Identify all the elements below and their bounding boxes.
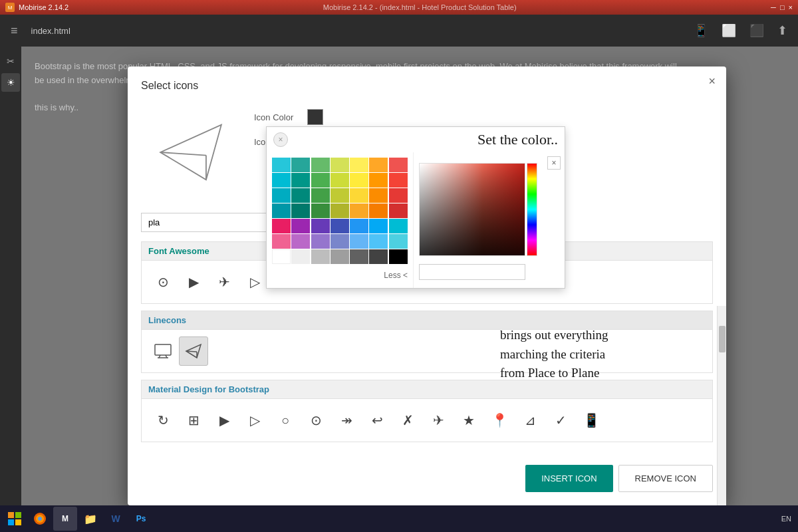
swatch-deep-purple-500[interactable] [311, 219, 330, 233]
md-icon-3[interactable]: ▶ [209, 406, 239, 435]
search-input[interactable] [141, 213, 274, 232]
swatch-purple-500[interactable] [291, 219, 310, 233]
swatch-cyan-700[interactable] [272, 203, 291, 218]
gradient-close-btn[interactable]: × [547, 156, 561, 170]
md-icon-11[interactable]: ★ [454, 406, 483, 435]
swatch-gray-800[interactable] [369, 249, 388, 264]
swatch-pink-500[interactable] [272, 219, 291, 233]
icon-play-circle-outline[interactable]: ⊙ [148, 267, 178, 297]
swatch-yellow-400[interactable] [350, 158, 368, 172]
device-desktop-icon[interactable]: ⬛ [749, 23, 764, 38]
gradient-canvas[interactable] [419, 163, 525, 256]
device-tablet-icon[interactable]: ⬜ [722, 23, 736, 38]
md-icon-6[interactable]: ⊙ [301, 406, 331, 435]
icon-play-solid[interactable]: ▶ [179, 267, 208, 297]
swatch-cyan-400[interactable] [389, 219, 408, 233]
swatch-teal-500[interactable] [291, 173, 310, 188]
sidebar-clip-icon[interactable]: ✂ [1, 52, 20, 70]
swatch-yellow-500[interactable] [350, 173, 368, 188]
swatch-orange-600[interactable] [369, 188, 388, 203]
swatch-gray-400[interactable] [311, 249, 330, 264]
scrollbar[interactable] [717, 306, 726, 505]
icon-plane[interactable]: ✈ [209, 267, 239, 297]
swatch-yellow-700[interactable] [350, 203, 368, 218]
swatch-purple-300[interactable] [291, 234, 310, 249]
swatch-cyan-500[interactable] [272, 173, 291, 188]
swatch-orange-400[interactable] [369, 158, 388, 172]
md-icon-4[interactable]: ▷ [240, 406, 269, 435]
swatch-green-600[interactable] [311, 188, 330, 203]
icon-monitor[interactable] [148, 336, 178, 366]
md-icon-14[interactable]: ✓ [546, 406, 575, 435]
swatch-green-500[interactable] [311, 173, 330, 188]
swatch-pink-300[interactable] [272, 234, 291, 249]
swatch-teal-700[interactable] [291, 203, 310, 218]
swatch-gray-700[interactable] [350, 249, 368, 264]
swatch-cyan-300b[interactable] [389, 234, 408, 249]
swatch-light-blue-500[interactable] [369, 219, 388, 233]
minimize-btn[interactable]: ─ [771, 3, 776, 11]
taskbar-photoshop[interactable]: Ps [129, 507, 153, 531]
swatch-lime-400[interactable] [331, 158, 349, 172]
taskbar-firefox[interactable] [28, 507, 52, 531]
swatch-red-400[interactable] [389, 158, 408, 172]
swatch-indigo-500[interactable] [331, 219, 349, 233]
swatch-white[interactable] [272, 249, 291, 264]
icon-play-circle[interactable]: ▷ [240, 267, 269, 297]
swatch-blue-500[interactable] [350, 219, 368, 233]
swatch-teal-600[interactable] [291, 188, 310, 203]
md-icon-12[interactable]: 📍 [485, 406, 514, 435]
md-icon-13[interactable]: ⊿ [515, 406, 545, 435]
modal-close-btn[interactable]: × [708, 74, 716, 88]
insert-icon-btn[interactable]: INSERT ICON [525, 465, 612, 492]
md-icon-1[interactable]: ↻ [148, 406, 178, 435]
taskbar-start[interactable] [3, 507, 27, 531]
hue-slider[interactable] [527, 163, 537, 256]
color-picker-x-btn[interactable]: × [273, 132, 288, 147]
swatch-red-500[interactable] [389, 173, 408, 188]
swatch-lime-600[interactable] [331, 188, 349, 203]
hamburger-icon[interactable]: ≡ [11, 24, 18, 38]
swatch-lime-700[interactable] [331, 203, 349, 218]
md-icon-10[interactable]: ✈ [424, 406, 453, 435]
swatch-orange-500[interactable] [369, 173, 388, 188]
swatch-lime-500[interactable] [331, 173, 349, 188]
less-btn[interactable]: Less < [272, 268, 408, 283]
md-icon-9[interactable]: ✗ [393, 406, 422, 435]
icon-paper-plane[interactable] [179, 336, 208, 366]
swatch-cyan-600[interactable] [272, 188, 291, 203]
swatch-teal-400[interactable] [291, 158, 310, 172]
publish-icon[interactable]: ⬆ [777, 23, 787, 38]
md-icon-2[interactable]: ⊞ [179, 406, 208, 435]
swatch-indigo-300[interactable] [331, 234, 349, 249]
swatch-gray-100[interactable] [291, 249, 310, 264]
swatch-yellow-600[interactable] [350, 188, 368, 203]
device-mobile-icon[interactable]: 📱 [694, 23, 708, 38]
swatch-green-400[interactable] [311, 158, 330, 172]
swatch-cyan-300[interactable] [272, 158, 291, 172]
taskbar-filezilla[interactable]: 📁 [78, 507, 102, 531]
swatch-red-600[interactable] [389, 188, 408, 203]
md-icon-7[interactable]: ↠ [332, 406, 361, 435]
maximize-btn[interactable]: □ [780, 3, 785, 11]
sidebar-sun-icon[interactable]: ☀ [1, 73, 20, 92]
swatch-black[interactable] [389, 249, 408, 264]
hex-input[interactable] [419, 264, 525, 280]
md-icon-8[interactable]: ↩ [362, 406, 392, 435]
swatch-deep-purple-300[interactable] [311, 234, 330, 249]
swatch-red-700[interactable] [389, 203, 408, 218]
taskbar-mobirise[interactable]: M [53, 507, 77, 531]
close-window-btn[interactable]: × [789, 3, 793, 11]
md-icon-5[interactable]: ○ [271, 406, 300, 435]
svg-rect-12 [8, 519, 14, 525]
swatch-light-blue-300[interactable] [369, 234, 388, 249]
swatch-gray-500[interactable] [331, 249, 349, 264]
swatch-blue-300[interactable] [350, 234, 368, 249]
md-icon-15[interactable]: 📱 [577, 406, 606, 435]
remove-icon-btn[interactable]: REMOVE ICON [618, 465, 713, 492]
scrollbar-thumb[interactable] [719, 326, 726, 352]
swatch-green-700[interactable] [311, 203, 330, 218]
color-swatch[interactable] [307, 109, 323, 125]
swatch-orange-700[interactable] [369, 203, 388, 218]
taskbar-word[interactable]: W [104, 507, 128, 531]
